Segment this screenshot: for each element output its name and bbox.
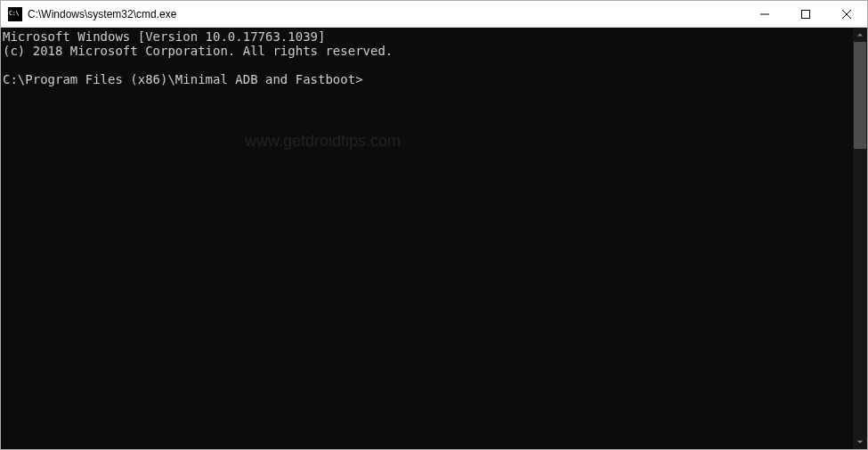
window-title: C:\Windows\system32\cmd.exe xyxy=(28,8,744,20)
cmd-icon xyxy=(8,7,22,21)
minimize-icon xyxy=(760,10,769,19)
titlebar[interactable]: C:\Windows\system32\cmd.exe xyxy=(1,1,867,28)
console-prompt: C:\Program Files (x86)\Minimal ADB and F… xyxy=(3,72,363,86)
chevron-down-icon xyxy=(856,438,864,446)
vertical-scrollbar[interactable] xyxy=(853,28,867,449)
chevron-up-icon xyxy=(856,31,864,38)
console-area: Microsoft Windows [Version 10.0.17763.10… xyxy=(1,28,867,449)
maximize-button[interactable] xyxy=(785,1,826,27)
console-line: Microsoft Windows [Version 10.0.17763.10… xyxy=(3,29,325,44)
cmd-window: C:\Windows\system32\cmd.exe Microsoft Wi… xyxy=(0,0,868,450)
minimize-button[interactable] xyxy=(744,1,785,27)
maximize-icon xyxy=(801,10,810,19)
window-controls xyxy=(744,1,867,27)
scroll-down-button[interactable] xyxy=(853,435,867,449)
close-button[interactable] xyxy=(826,1,867,27)
svg-rect-1 xyxy=(802,10,810,18)
console-line: (c) 2018 Microsoft Corporation. All righ… xyxy=(3,44,393,58)
scrollbar-thumb[interactable] xyxy=(854,42,866,149)
console-output[interactable]: Microsoft Windows [Version 10.0.17763.10… xyxy=(1,28,853,449)
close-icon xyxy=(842,10,851,19)
scroll-up-button[interactable] xyxy=(853,28,867,42)
